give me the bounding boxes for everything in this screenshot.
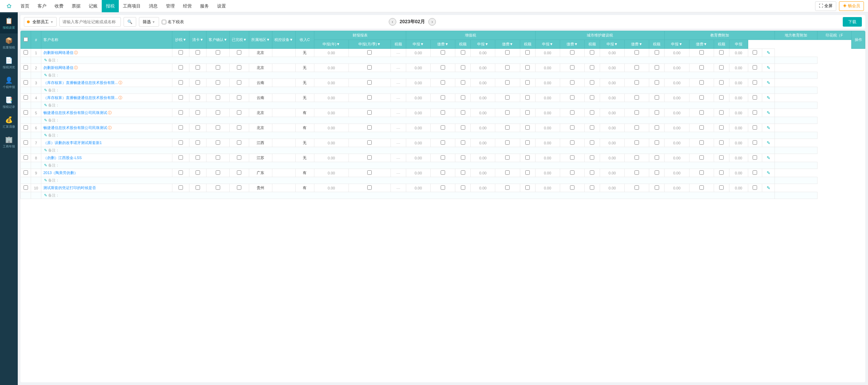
td-name-5[interactable]: 畅捷通信息技术股份有限公司民珠测试ⓘ bbox=[41, 124, 172, 132]
td-stamp-report-8[interactable] bbox=[689, 169, 714, 177]
note-edit-icon-3[interactable]: ✎ bbox=[44, 103, 47, 107]
td-taxpaid-4[interactable] bbox=[229, 109, 249, 117]
td-action-8[interactable]: ✎ bbox=[762, 169, 775, 177]
td-edu-pay-5[interactable] bbox=[584, 124, 600, 132]
td-edu-report-8[interactable] bbox=[560, 169, 584, 177]
sidebar-item-tax-browse[interactable]: 📄 报税浏览 bbox=[0, 53, 18, 73]
td-checkbox-8[interactable] bbox=[21, 169, 31, 177]
td-city-pay-1[interactable] bbox=[520, 64, 535, 72]
td-vat-report-5[interactable] bbox=[431, 124, 455, 132]
td-confirm-4[interactable] bbox=[207, 109, 230, 117]
td-local-pay-7[interactable] bbox=[649, 154, 665, 162]
td-city-report-6[interactable] bbox=[495, 139, 520, 147]
td-confirm-7[interactable] bbox=[207, 154, 230, 162]
td-taxpaid-9[interactable] bbox=[229, 184, 249, 192]
td-name-0[interactable]: 勿删新锐网络通信ⓘ bbox=[41, 49, 172, 57]
td-stamp-report2-5[interactable] bbox=[748, 124, 762, 132]
td-city-report-0[interactable] bbox=[495, 49, 520, 57]
td-edu-pay-4[interactable] bbox=[584, 109, 600, 117]
td-vat-report-3[interactable] bbox=[431, 94, 455, 102]
td-city-pay-7[interactable] bbox=[520, 154, 535, 162]
td-stamp-report-2[interactable] bbox=[689, 79, 714, 87]
td-local-pay-0[interactable] bbox=[649, 49, 665, 57]
td-city-report-2[interactable] bbox=[495, 79, 520, 87]
td-clearcard-2[interactable] bbox=[189, 79, 207, 87]
member-button[interactable]: ◈ 畅会员 bbox=[839, 1, 864, 11]
td-local-pay-5[interactable] bbox=[649, 124, 665, 132]
td-checkbox-3[interactable] bbox=[21, 94, 31, 102]
td-vat-report-7[interactable] bbox=[431, 154, 455, 162]
td-stamp-pay-2[interactable] bbox=[714, 79, 729, 87]
td-confirm-6[interactable] bbox=[207, 139, 230, 147]
td-edu-report-0[interactable] bbox=[560, 49, 584, 57]
td-vat-report-8[interactable] bbox=[431, 169, 455, 177]
td-stamp-report-0[interactable] bbox=[689, 49, 714, 57]
td-edu-pay-0[interactable] bbox=[584, 49, 600, 57]
td-stamp-report2-9[interactable] bbox=[748, 184, 762, 192]
td-action-0[interactable]: ✎ bbox=[762, 49, 775, 57]
td-note-8[interactable]: ✎ 备注： bbox=[41, 177, 775, 184]
td-checkbox-1[interactable] bbox=[21, 64, 31, 72]
td-stamp-report-9[interactable] bbox=[689, 184, 714, 192]
td-city-report-7[interactable] bbox=[495, 154, 520, 162]
edit-icon-6[interactable]: ✎ bbox=[767, 140, 770, 145]
nav-billing[interactable]: 收费 bbox=[51, 0, 68, 12]
td-name-2[interactable]: （库存核算）直播畅捷通信息技术股份有限...ⓘ bbox=[41, 79, 172, 87]
td-edu-report-6[interactable] bbox=[560, 139, 584, 147]
td-local-report-3[interactable] bbox=[625, 94, 649, 102]
td-action-4[interactable]: ✎ bbox=[762, 109, 775, 117]
note-edit-icon-9[interactable]: ✎ bbox=[44, 193, 47, 197]
td-vat-report-6[interactable] bbox=[431, 139, 455, 147]
download-button[interactable]: 下载 bbox=[843, 17, 862, 27]
td-stamp-report2-1[interactable] bbox=[748, 64, 762, 72]
td-local-pay-8[interactable] bbox=[649, 169, 665, 177]
td-vat-pay-6[interactable] bbox=[455, 139, 471, 147]
td-local-pay-9[interactable] bbox=[649, 184, 665, 192]
td-name-4[interactable]: 畅捷通信息技术股份有限公司民珠测试ⓘ bbox=[41, 109, 172, 117]
td-stamp-report2-7[interactable] bbox=[748, 154, 762, 162]
td-action-7[interactable]: ✎ bbox=[762, 154, 775, 162]
td-edu-report-5[interactable] bbox=[560, 124, 584, 132]
td-taxpaid-8[interactable] bbox=[229, 169, 249, 177]
td-local-report-2[interactable] bbox=[625, 79, 649, 87]
td-taxpaid-6[interactable] bbox=[229, 139, 249, 147]
note-edit-icon-5[interactable]: ✎ bbox=[44, 133, 47, 137]
td-annual-4[interactable] bbox=[348, 109, 390, 117]
td-city-report-5[interactable] bbox=[495, 124, 520, 132]
nav-home[interactable]: 首页 bbox=[16, 0, 33, 12]
td-stamp-report-1[interactable] bbox=[689, 64, 714, 72]
edit-icon-4[interactable]: ✎ bbox=[767, 110, 770, 115]
td-taxpaid-2[interactable] bbox=[229, 79, 249, 87]
td-edu-report-7[interactable] bbox=[560, 154, 584, 162]
note-edit-icon-0[interactable]: ✎ bbox=[44, 58, 47, 62]
td-annual-6[interactable] bbox=[348, 139, 390, 147]
td-edu-pay-8[interactable] bbox=[584, 169, 600, 177]
td-annual-0[interactable] bbox=[348, 49, 390, 57]
td-clearcard-6[interactable] bbox=[189, 139, 207, 147]
td-taxpaid-3[interactable] bbox=[229, 94, 249, 102]
td-copytax-2[interactable] bbox=[172, 79, 189, 87]
td-city-pay-9[interactable] bbox=[520, 184, 535, 192]
td-vat-pay-7[interactable] bbox=[455, 154, 471, 162]
td-stamp-pay-3[interactable] bbox=[714, 94, 729, 102]
note-edit-icon-1[interactable]: ✎ bbox=[44, 73, 47, 77]
td-copytax-4[interactable] bbox=[172, 109, 189, 117]
td-city-pay-8[interactable] bbox=[520, 169, 535, 177]
td-checkbox-2[interactable] bbox=[21, 79, 31, 87]
td-checkbox-5[interactable] bbox=[21, 124, 31, 132]
note-edit-icon-8[interactable]: ✎ bbox=[44, 178, 47, 182]
td-edu-report-1[interactable] bbox=[560, 64, 584, 72]
nav-bookkeeping[interactable]: 记账 bbox=[85, 0, 102, 12]
td-local-pay-4[interactable] bbox=[649, 109, 665, 117]
td-local-report-5[interactable] bbox=[625, 124, 649, 132]
sidebar-item-settlement[interactable]: 💰 汇算清缴 bbox=[0, 113, 18, 132]
td-annual-7[interactable] bbox=[348, 154, 390, 162]
td-vat-pay-5[interactable] bbox=[455, 124, 471, 132]
edit-icon-3[interactable]: ✎ bbox=[767, 95, 770, 100]
td-stamp-report-3[interactable] bbox=[689, 94, 714, 102]
td-city-report-9[interactable] bbox=[495, 184, 520, 192]
nav-service[interactable]: 服务 bbox=[196, 0, 213, 12]
td-stamp-report-4[interactable] bbox=[689, 109, 714, 117]
prev-month-button[interactable]: ‹ bbox=[389, 18, 396, 26]
note-edit-icon-6[interactable]: ✎ bbox=[44, 148, 47, 152]
